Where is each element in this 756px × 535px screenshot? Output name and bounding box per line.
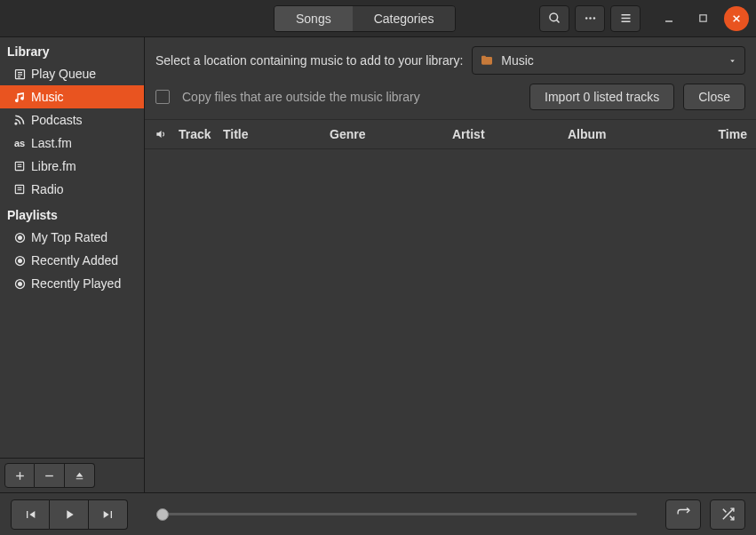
sidebar-section-playlists: Playlists: [0, 201, 144, 226]
librefm-icon: [12, 159, 27, 173]
column-playing[interactable]: [148, 124, 173, 144]
sidebar-bottom-toolbar: [0, 458, 144, 492]
tab-categories[interactable]: Categories: [353, 6, 456, 31]
import-location-row: Select a location containing music to ad…: [145, 37, 756, 78]
playlist-add-button[interactable]: [4, 463, 35, 488]
column-title[interactable]: Title: [218, 124, 324, 145]
folder-icon: [480, 53, 494, 68]
playbar: [0, 492, 756, 535]
sidebar-item-label: Recently Added: [31, 252, 118, 268]
sidebar-item-podcasts[interactable]: Podcasts: [0, 108, 144, 132]
music-icon: [12, 90, 27, 104]
minus-icon: [44, 470, 55, 482]
close-import-button[interactable]: Close: [683, 84, 745, 110]
sidebar-item-label: Play Queue: [31, 66, 96, 82]
more-icon: [584, 12, 597, 25]
play-button[interactable]: [50, 499, 89, 530]
seek-slider[interactable]: [156, 512, 637, 517]
sidebar-item-label: Music: [31, 89, 64, 105]
playback-controls: [11, 499, 128, 530]
radio-icon: [12, 182, 27, 196]
window-close[interactable]: [724, 6, 749, 31]
repeat-button[interactable]: [665, 499, 701, 530]
sidebar-item-librefm[interactable]: Libre.fm: [0, 155, 144, 178]
svg-point-4: [593, 17, 595, 20]
sidebar-item-label: Libre.fm: [31, 158, 76, 174]
location-select[interactable]: Music: [472, 46, 745, 75]
skip-forward-icon: [101, 507, 115, 522]
sidebar-item-top-rated[interactable]: My Top Rated: [0, 226, 144, 249]
tab-songs[interactable]: Songs: [275, 6, 353, 31]
sidebar-item-recently-added[interactable]: Recently Added: [0, 249, 144, 272]
sidebar-item-label: My Top Rated: [31, 229, 107, 245]
sidebar-item-radio[interactable]: Radio: [0, 178, 144, 201]
repeat-icon: [676, 507, 691, 522]
svg-line-1: [556, 20, 559, 22]
sidebar-item-label: Radio: [31, 181, 64, 197]
hamburger-icon: [619, 12, 633, 25]
sidebar-item-recently-played[interactable]: Recently Played: [0, 272, 144, 295]
content-area: Select a location containing music to ad…: [145, 37, 756, 492]
sidebar-section-library: Library: [0, 37, 144, 62]
import-prompt: Select a location containing music to ad…: [155, 53, 463, 68]
sidebar-item-label: Podcasts: [31, 112, 83, 128]
sidebar: Library Play Queue Music Podcasts: [0, 37, 145, 492]
column-genre[interactable]: Genre: [324, 124, 447, 145]
main-split: Library Play Queue Music Podcasts: [0, 37, 756, 492]
svg-point-26: [18, 259, 21, 262]
copy-files-checkbox[interactable]: [155, 90, 170, 104]
smart-playlist-icon: [12, 253, 27, 268]
titlebar: Songs Categories: [0, 0, 756, 37]
sidebar-item-play-queue[interactable]: Play Queue: [0, 62, 144, 85]
maximize-icon: [698, 13, 708, 23]
playbar-right: [665, 499, 745, 530]
next-button[interactable]: [89, 499, 128, 530]
svg-point-16: [15, 123, 17, 124]
search-button[interactable]: [539, 5, 569, 32]
minimize-icon: [664, 13, 674, 24]
plus-icon: [14, 470, 26, 482]
window-maximize[interactable]: [690, 6, 715, 31]
view-toggle: Songs Categories: [274, 5, 456, 32]
sidebar-item-lastfm[interactable]: as Last.fm: [0, 132, 144, 155]
seek-track: [156, 513, 637, 515]
skip-back-icon: [23, 507, 37, 522]
play-icon: [62, 507, 76, 522]
menu-button[interactable]: [610, 5, 641, 32]
queue-icon: [12, 67, 27, 81]
smart-playlist-icon: [12, 230, 27, 244]
svg-rect-9: [699, 15, 705, 21]
speaker-icon: [155, 128, 167, 140]
shuffle-icon: [720, 507, 736, 522]
column-album[interactable]: Album: [562, 124, 692, 145]
previous-button[interactable]: [11, 499, 50, 530]
more-button[interactable]: [575, 5, 605, 32]
eject-icon: [74, 470, 85, 482]
sidebar-item-label: Last.fm: [31, 135, 72, 151]
column-track[interactable]: Track: [173, 124, 218, 145]
sidebar-item-music[interactable]: Music: [0, 85, 144, 108]
svg-point-28: [18, 282, 21, 285]
svg-point-24: [18, 236, 21, 239]
shuffle-button[interactable]: [710, 499, 745, 530]
svg-point-2: [585, 17, 587, 20]
column-time[interactable]: Time: [692, 124, 752, 145]
smart-playlist-icon: [12, 276, 27, 291]
lastfm-icon: as: [12, 136, 27, 150]
rss-icon: [12, 113, 27, 127]
playlist-eject-button[interactable]: [65, 463, 95, 488]
window-minimize[interactable]: [657, 6, 681, 31]
import-tracks-button[interactable]: Import 0 listed tracks: [529, 84, 674, 110]
sidebar-item-label: Recently Played: [31, 275, 121, 291]
track-list-header: Track Title Genre Artist Album Time: [145, 119, 756, 149]
chevron-down-icon: [728, 56, 737, 66]
import-actions-row: Copy files that are outside the music li…: [145, 78, 756, 119]
close-icon: [732, 14, 741, 23]
column-artist[interactable]: Artist: [447, 124, 562, 145]
playlist-remove-button[interactable]: [35, 463, 65, 488]
search-icon: [548, 12, 561, 25]
svg-point-3: [589, 17, 592, 20]
seek-thumb[interactable]: [156, 508, 169, 521]
svg-point-0: [549, 13, 557, 21]
track-list-body: [145, 149, 756, 492]
